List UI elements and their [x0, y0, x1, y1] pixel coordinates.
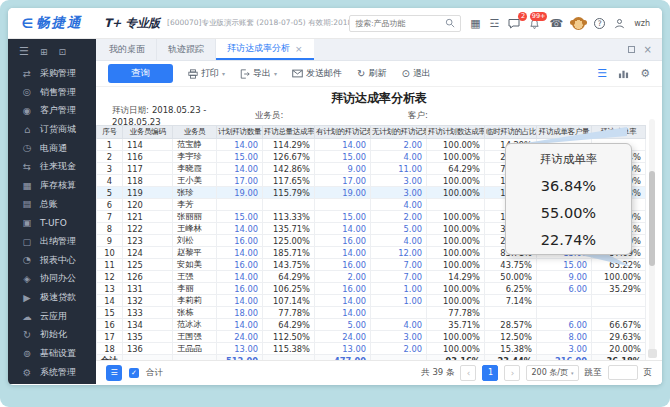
drill-down-link[interactable]: 11.00 — [371, 163, 427, 175]
drill-down-link[interactable]: 1.00 — [371, 283, 427, 295]
drill-down-link[interactable]: 13.00 — [217, 343, 263, 355]
drill-down-link[interactable]: 6.00 — [537, 283, 592, 295]
drill-down-link[interactable]: 4.00 — [371, 235, 427, 247]
sidebar-item-1[interactable]: ⇄采购管理 — [8, 64, 96, 83]
exit-button[interactable]: ⊙ 退出 — [401, 67, 430, 80]
drill-down-link[interactable]: 14.00 — [217, 223, 263, 235]
send-mail-button[interactable]: 发送邮件 — [292, 67, 342, 80]
sidebar-item-4[interactable]: ⌂订货商城 — [8, 120, 96, 139]
drill-down-link[interactable]: 3.00 — [371, 331, 427, 343]
table-row[interactable]: 14132李莉莉14.00107.14%14.001.00100.00%7.14… — [97, 295, 646, 307]
phone-icon[interactable]: ☎ — [549, 18, 563, 29]
drill-down-link[interactable]: 3.00 — [371, 187, 427, 199]
export-button[interactable]: 导出 ▾ — [240, 67, 277, 80]
maximize-icon[interactable] — [628, 46, 635, 53]
drill-down-link[interactable]: 16.00 — [315, 235, 371, 247]
drill-down-link[interactable]: 1.00 — [371, 295, 427, 307]
drill-down-link[interactable]: 6.00 — [537, 319, 592, 331]
table-row[interactable]: 11125安如美16.00143.75%16.007.00100.00%43.7… — [97, 259, 646, 271]
drill-down-link[interactable]: 13.00 — [315, 343, 371, 355]
page-size-select[interactable]: 200 条/页 ▾ — [526, 365, 578, 381]
drill-down-link[interactable]: 9.00 — [315, 163, 371, 175]
table-row[interactable]: 12126王强14.0064.29%2.007.0014.29%50.00%9.… — [97, 271, 646, 283]
table-row[interactable]: 17135王国强24.00112.50%24.003.00100.00%12.5… — [97, 331, 646, 343]
drill-down-link[interactable]: 14.00 — [217, 163, 263, 175]
user-icon[interactable] — [614, 18, 625, 29]
prev-page-button[interactable]: ‹ — [460, 365, 476, 381]
sidebar-search-icon[interactable]: ⊞ — [40, 47, 48, 57]
drill-down-link[interactable]: 4.00 — [371, 151, 427, 163]
table-row[interactable]: 16134范冰冰14.0064.29%5.004.0035.71%28.57%6… — [97, 319, 646, 331]
task-list-icon[interactable]: ☲ — [490, 18, 500, 29]
drill-down-link[interactable]: 14.00 — [217, 319, 263, 331]
drill-down-link[interactable]: 4.00 — [371, 199, 427, 211]
table-row[interactable]: 15133张栋18.0077.78%14.0077.78% — [97, 307, 646, 319]
drill-down-link[interactable]: 2.00 — [371, 211, 427, 223]
list-view-icon[interactable]: ☰ — [597, 68, 607, 79]
drill-down-link[interactable]: 14.00 — [315, 139, 371, 151]
drill-down-link[interactable]: 14.00 — [217, 247, 263, 259]
sidebar-item-9[interactable]: ▣T-UFO — [8, 214, 96, 233]
drill-down-link[interactable]: 14.00 — [217, 139, 263, 151]
drill-down-link[interactable]: 17.00 — [217, 175, 263, 187]
summary-checkbox[interactable]: ✓ — [129, 368, 139, 378]
table-row[interactable]: 13131李丽16.00106.25%16.001.00100.00%6.25%… — [97, 283, 646, 295]
drill-down-link[interactable]: 16.00 — [217, 259, 263, 271]
search-input[interactable] — [355, 19, 442, 28]
settings-gear-icon[interactable]: ⚙ — [640, 68, 650, 79]
sidebar-item-14[interactable]: ☁云应用 — [8, 307, 96, 326]
query-button[interactable]: 查询 — [108, 64, 173, 83]
chart-view-icon[interactable] — [618, 68, 629, 79]
print-button[interactable]: 打印 ▾ — [188, 67, 225, 80]
sidebar-item-15[interactable]: ↻初始化 — [8, 326, 96, 345]
drill-down-link[interactable]: 2.00 — [315, 271, 371, 283]
drill-down-link[interactable]: 9.00 — [537, 271, 592, 283]
drill-down-link[interactable]: 15.00 — [217, 151, 263, 163]
menu-icon[interactable]: ☰ — [19, 45, 29, 58]
drill-down-link[interactable]: 16.00 — [315, 283, 371, 295]
search-icon[interactable] — [445, 18, 455, 28]
sidebar-item-5[interactable]: ◷电商通 — [8, 139, 96, 158]
drill-down-link[interactable]: 15.00 — [315, 211, 371, 223]
drill-down-link[interactable]: 15.00 — [315, 151, 371, 163]
drill-down-link[interactable]: 19.00 — [315, 187, 371, 199]
sidebar-item-13[interactable]: ▶极速贷款 — [8, 288, 96, 307]
search-box[interactable] — [349, 15, 461, 32]
drill-down-link[interactable]: 14.00 — [315, 307, 371, 319]
drill-down-link[interactable]: 8.00 — [537, 331, 592, 343]
message-icon[interactable]: 2 — [508, 18, 520, 29]
drill-down-link[interactable]: 15.00 — [537, 259, 592, 271]
refresh-button[interactable]: ↻ 刷新 — [357, 67, 386, 80]
drill-down-link[interactable]: 24.00 — [315, 331, 371, 343]
sidebar-new-window-icon[interactable]: ⊡ — [58, 47, 66, 57]
mascot-monkey-icon[interactable] — [572, 17, 585, 30]
tab-2[interactable]: 轨迹跟踪 — [157, 39, 216, 60]
sidebar-item-7[interactable]: ▦库存核算 — [8, 176, 96, 195]
jump-page-input[interactable] — [608, 365, 638, 380]
drill-down-link[interactable]: 477.00 — [315, 355, 371, 361]
sidebar-item-11[interactable]: ◔报表中心 — [8, 251, 96, 270]
sidebar-item-17[interactable]: ⚙系统管理 — [8, 363, 96, 382]
drill-down-link[interactable]: 16.00 — [217, 235, 263, 247]
sidebar-item-12[interactable]: ◈协同办公 — [8, 270, 96, 289]
drill-down-link[interactable]: 19.00 — [217, 187, 263, 199]
drill-down-link[interactable]: 14.00 — [315, 295, 371, 307]
notification-bell-icon[interactable]: 99+ — [529, 18, 540, 29]
current-page-button[interactable]: 1 — [482, 365, 498, 381]
drill-down-link[interactable]: 14.00 — [315, 247, 371, 259]
drill-down-link[interactable]: 18.00 — [217, 307, 263, 319]
tab-3[interactable]: 拜访达成率分析× — [216, 39, 314, 60]
help-icon[interactable]: ? — [594, 18, 605, 29]
grid-options-button[interactable]: ☰ — [106, 365, 122, 381]
drill-down-link[interactable]: 512.00 — [217, 355, 263, 361]
drill-down-link[interactable]: 2.00 — [371, 343, 427, 355]
drill-down-link[interactable]: 2.00 — [371, 139, 427, 151]
table-row[interactable]: 18136王晶晶13.00115.38%13.002.00100.00%15.3… — [97, 343, 646, 355]
drill-down-link[interactable]: 14.00 — [217, 271, 263, 283]
next-page-button[interactable]: › — [504, 365, 520, 381]
drill-down-link[interactable]: 24.00 — [217, 331, 263, 343]
drill-down-link[interactable]: 16.00 — [315, 259, 371, 271]
scrollbar-thumb[interactable] — [649, 171, 655, 266]
calculator-icon[interactable]: ▦ — [470, 18, 480, 29]
drill-down-link[interactable]: 3.00 — [537, 343, 592, 355]
